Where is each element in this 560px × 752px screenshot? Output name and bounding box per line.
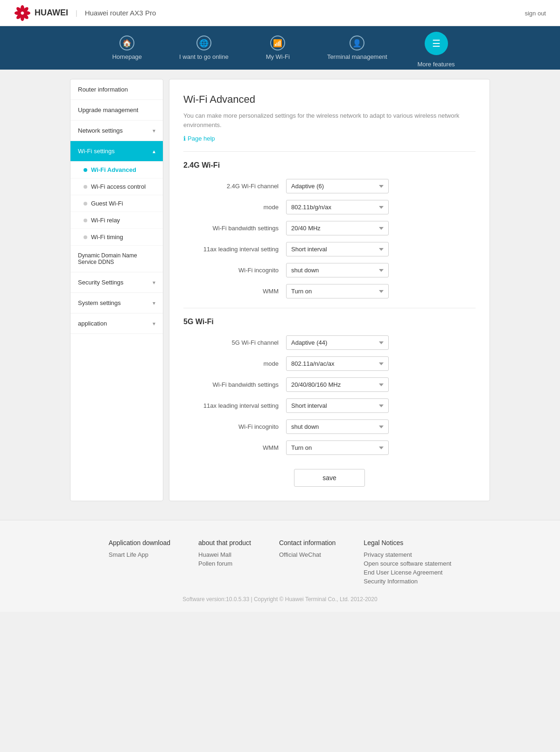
form-row-wmm-5g: WMMTurn onshut down <box>183 440 476 455</box>
online-icon: 🌐 <box>196 35 211 50</box>
wifi-timing-label: Wi-Fi timing <box>91 234 123 241</box>
select-incognito-5g[interactable]: shut downTurn on <box>286 419 389 434</box>
nav-wifi[interactable]: 📶 My Wi-Fi <box>247 30 308 66</box>
footer-link[interactable]: Privacy statement <box>364 551 451 558</box>
select-bandwidth-24g[interactable]: 20/40 MHz20 MHz40 MHz <box>286 221 389 235</box>
wifi-advanced-label: Wi-Fi Advanced <box>91 166 136 173</box>
nav-online[interactable]: 🌐 I want to go online <box>161 30 247 66</box>
router-name: Huawei router AX3 Pro <box>85 9 156 17</box>
sidebar-item-system[interactable]: System settings ▾ <box>70 293 163 313</box>
security-chevron-icon: ▾ <box>153 279 155 286</box>
select-bandwidth-5g[interactable]: 20/40/80/160 MHz20/40/80 MHz20/40 MHz <box>286 377 389 392</box>
select-wmm-24g[interactable]: Turn onshut down <box>286 284 389 298</box>
sidebar: Router information Upgrade management Ne… <box>70 79 163 501</box>
application-chevron-icon: ▾ <box>153 320 155 327</box>
form-row-bandwidth-5g: Wi-Fi bandwidth settings20/40/80/160 MHz… <box>183 377 476 392</box>
label-interval-5g: 11ax leading interval setting <box>183 402 286 409</box>
sidebar-sub-wifi-access[interactable]: Wi-Fi access control <box>70 178 163 195</box>
page-title: Wi-Fi Advanced <box>183 93 476 106</box>
select-interval-24g[interactable]: Short intervalLong interval <box>286 242 389 256</box>
section-24g-title: 2.4G Wi-Fi <box>183 161 476 170</box>
select-channel-5g[interactable]: Adaptive (44)36404448 <box>286 335 389 350</box>
label-wmm-24g: WMM <box>183 288 286 295</box>
guest-wifi-dot <box>84 202 87 206</box>
sidebar-item-security[interactable]: Security Settings ▾ <box>70 272 163 293</box>
footer: Application downloadSmart Life Appabout … <box>0 520 560 612</box>
menu-icon: ☰ <box>432 38 441 49</box>
nav-more[interactable]: ☰ More features <box>406 26 467 70</box>
form-row-channel-24g: 2.4G Wi-Fi channelAdaptive (6)123456 <box>183 179 476 193</box>
form-row-interval-24g: 11ax leading interval settingShort inter… <box>183 242 476 256</box>
select-interval-5g[interactable]: Short intervalLong interval <box>286 398 389 413</box>
form-row-mode-24g: mode802.11b/g/n/ax802.11b/g/n802.11b/g <box>183 200 476 214</box>
divider-top <box>183 151 476 152</box>
form-row-incognito-24g: Wi-Fi incognitoshut downTurn on <box>183 263 476 277</box>
nav-homepage[interactable]: 🏠 Homepage <box>93 30 161 66</box>
more-features-button[interactable]: ☰ <box>425 32 448 55</box>
sidebar-item-upgrade[interactable]: Upgrade management <box>70 100 163 121</box>
footer-link[interactable]: Pollen forum <box>198 560 251 567</box>
label-incognito-5g: Wi-Fi incognito <box>183 423 286 430</box>
footer-col-application-download: Application downloadSmart Life App <box>109 539 170 587</box>
footer-col-title: Contact information <box>279 539 336 546</box>
network-chevron-icon: ▾ <box>153 128 155 134</box>
footer-link[interactable]: Open source software statement <box>364 560 451 567</box>
section-5g-title: 5G Wi-Fi <box>183 318 476 326</box>
nav-terminal[interactable]: 👤 Terminal management <box>308 30 406 66</box>
select-channel-24g[interactable]: Adaptive (6)123456 <box>286 179 389 193</box>
select-mode-24g[interactable]: 802.11b/g/n/ax802.11b/g/n802.11b/g <box>286 200 389 214</box>
wifi-relay-dot <box>84 219 87 222</box>
footer-link[interactable]: Huawei Mall <box>198 551 251 558</box>
network-settings-label: Network settings <box>78 127 123 134</box>
homepage-icon: 🏠 <box>119 35 134 50</box>
content-area: Wi-Fi Advanced You can make more persona… <box>169 79 490 501</box>
footer-link[interactable]: Official WeChat <box>279 551 336 558</box>
save-button[interactable]: save <box>294 469 365 487</box>
wifi-advanced-dot <box>84 168 87 172</box>
sidebar-item-router-info[interactable]: Router information <box>70 79 163 100</box>
sidebar-sub-wifi-relay[interactable]: Wi-Fi relay <box>70 212 163 229</box>
fields-5g-container: 5G Wi-Fi channelAdaptive (44)36404448mod… <box>183 335 476 455</box>
select-wmm-5g[interactable]: Turn onshut down <box>286 440 389 455</box>
sign-out-link[interactable]: sign out <box>525 10 546 17</box>
system-label: System settings <box>78 299 121 306</box>
footer-copyright: Software version:10.0.5.33 | Copyright ©… <box>14 596 546 603</box>
form-row-mode-5g: mode802.11a/n/ac/ax802.11a/n/ac802.11a/n <box>183 356 476 371</box>
form-row-wmm-24g: WMMTurn onshut down <box>183 284 476 298</box>
footer-col-about-that-product: about that productHuawei MallPollen foru… <box>198 539 251 587</box>
nav-homepage-label: Homepage <box>112 53 142 60</box>
sidebar-item-ddns[interactable]: Dynamic Domain Name Service DDNS <box>70 246 163 272</box>
wifi-settings-label: Wi-Fi settings <box>78 148 115 155</box>
sidebar-item-network[interactable]: Network settings ▾ <box>70 121 163 141</box>
form-row-interval-5g: 11ax leading interval settingShort inter… <box>183 398 476 413</box>
security-label: Security Settings <box>78 279 124 286</box>
footer-link[interactable]: Security Information <box>364 578 451 585</box>
sidebar-sub-wifi-timing[interactable]: Wi-Fi timing <box>70 229 163 246</box>
footer-col-title: Legal Notices <box>364 539 451 546</box>
header: HUAWEI | Huawei router AX3 Pro sign out <box>0 0 560 26</box>
form-row-incognito-5g: Wi-Fi incognitoshut downTurn on <box>183 419 476 434</box>
select-mode-5g[interactable]: 802.11a/n/ac/ax802.11a/n/ac802.11a/n <box>286 356 389 371</box>
label-interval-24g: 11ax leading interval setting <box>183 246 286 253</box>
footer-link[interactable]: Smart Life App <box>109 551 170 558</box>
select-incognito-24g[interactable]: shut downTurn on <box>286 263 389 277</box>
fields-24g-container: 2.4G Wi-Fi channelAdaptive (6)123456mode… <box>183 179 476 298</box>
page-help-link[interactable]: ℹ Page help <box>183 135 476 142</box>
nav-terminal-label: Terminal management <box>327 53 387 60</box>
header-right: sign out <box>525 9 546 17</box>
wifi-nav-icon: 📶 <box>270 35 285 50</box>
nav-online-label: I want to go online <box>179 53 229 60</box>
footer-link[interactable]: End User License Agreement <box>364 569 451 576</box>
nav-more-label: More features <box>417 61 455 68</box>
sidebar-sub-wifi-advanced[interactable]: Wi-Fi Advanced <box>70 162 163 178</box>
label-mode-24g: mode <box>183 204 286 211</box>
logo: HUAWEI | Huawei router AX3 Pro <box>14 5 156 21</box>
sidebar-item-application[interactable]: application ▾ <box>70 313 163 334</box>
sidebar-item-wifi-settings[interactable]: Wi-Fi settings ▴ <box>70 141 163 162</box>
terminal-icon: 👤 <box>350 35 364 50</box>
sidebar-sub-guest-wifi[interactable]: Guest Wi-Fi <box>70 195 163 212</box>
label-channel-24g: 2.4G Wi-Fi channel <box>183 183 286 190</box>
wifi-timing-dot <box>84 235 87 239</box>
application-label: application <box>78 320 107 327</box>
main-nav: 🏠 Homepage 🌐 I want to go online 📶 My Wi… <box>0 26 560 70</box>
